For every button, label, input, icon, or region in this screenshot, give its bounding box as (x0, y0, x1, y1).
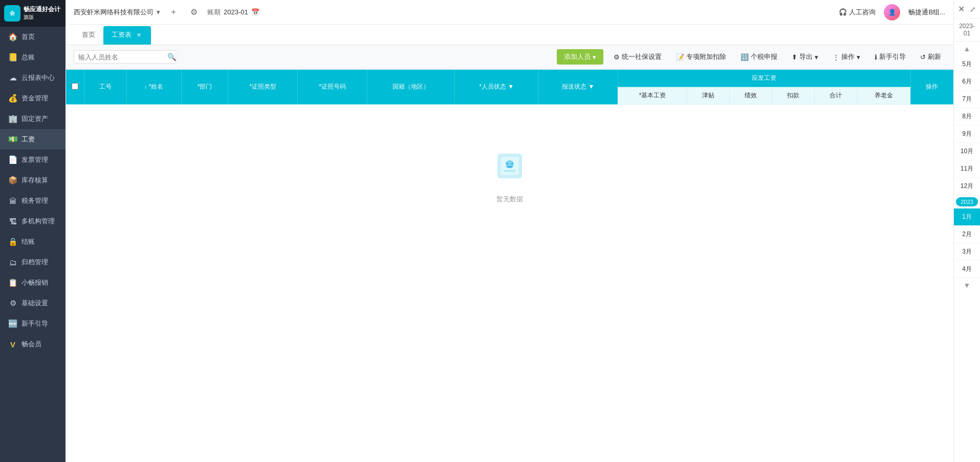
right-panel: ✕ ⤢ 2023-01 ▲ 5月 6月 7月 8月 9月 10月 11月 12月… (953, 0, 980, 462)
month-item-4[interactable]: 4月 (954, 261, 980, 278)
sidebar-item-cloud-report[interactable]: ☁ 云报表中心 (0, 68, 66, 88)
sidebar-item-archive[interactable]: 🗂 归档管理 (0, 252, 66, 272)
sidebar-item-invoice[interactable]: 📄 发票管理 (0, 150, 66, 170)
period-label: 账期 (207, 8, 221, 17)
col-pension: 养老金 (857, 87, 910, 104)
logo-icon: 会 (4, 5, 20, 22)
sidebar-item-tax[interactable]: 🏛 税务管理 (0, 191, 66, 211)
calendar-icon[interactable]: 📅 (251, 8, 259, 16)
toolbar-right: 添加人员 ▾ ⚙ 统一社保设置 📝 专项附加扣除 🔢 个税申报 ⬆ 导出 ▾ ⋮ (557, 49, 945, 65)
month-item-3[interactable]: 3月 (954, 243, 980, 261)
ledger-icon: 📒 (8, 53, 17, 62)
month-item-7[interactable]: 7月 (954, 91, 980, 108)
deduction-icon: 📝 (676, 53, 684, 61)
personal-tax-btn[interactable]: 🔢 个税申报 (736, 50, 781, 64)
multi-org-icon: 🏗 (8, 217, 17, 226)
fixed-assets-icon: 🏢 (8, 114, 17, 123)
nav-up-button[interactable]: ▲ (954, 41, 980, 56)
sidebar-item-multi-org[interactable]: 🏗 多机构管理 (0, 211, 66, 232)
tab-salary[interactable]: 工资表 ✕ (103, 26, 151, 45)
sidebar-item-settings[interactable]: ⚙ 基础设置 (0, 293, 66, 313)
sidebar-item-cloud-label: 云报表中心 (21, 73, 55, 82)
month-item-1[interactable]: 1月 (954, 208, 980, 226)
select-all-checkbox[interactable] (72, 83, 78, 90)
month-item-5[interactable]: 5月 (954, 56, 980, 73)
sidebar-item-inventory[interactable]: 📦 库存核算 (0, 170, 66, 191)
sidebar-item-expense-label: 小畅报销 (21, 278, 48, 287)
sidebar-item-tax-label: 税务管理 (21, 196, 48, 205)
sidebar-item-expense[interactable]: 📋 小畅报销 (0, 272, 66, 293)
panel-expand-button[interactable]: ⤢ (968, 3, 978, 15)
add-person-button[interactable]: 添加人员 ▾ (557, 49, 603, 65)
company-selector[interactable]: 西安虾米网络科技有限公司 ▾ (74, 8, 160, 17)
sidebar-item-home[interactable]: 🏠 首页 (0, 27, 66, 47)
month-item-8[interactable]: 8月 (954, 108, 980, 125)
ops-arrow-icon: ▾ (857, 53, 860, 61)
col-performance: 绩效 (730, 87, 772, 104)
plus-icon: ＋ (169, 7, 178, 17)
tab-close-icon[interactable]: ✕ (135, 31, 143, 39)
sidebar-item-salary[interactable]: 💵 工资 (0, 129, 66, 150)
service-button[interactable]: 🎧 人工咨询 (839, 8, 876, 17)
period-value: 2023-01 (224, 8, 248, 16)
account-period: 账期 2023-01 📅 (207, 8, 259, 17)
add-person-label: 添加人员 (564, 52, 591, 61)
col-submit-status[interactable]: 报送状态 ▼ (538, 70, 618, 104)
export-icon: ⬆ (792, 53, 797, 61)
search-input[interactable] (78, 53, 164, 61)
col-name: ↕ *姓名 (126, 70, 181, 104)
sidebar-item-fund[interactable]: 💰 资金管理 (0, 88, 66, 109)
sidebar-item-closing-label: 结账 (21, 237, 35, 246)
col-payroll-header: 应发工资 (618, 70, 910, 87)
sidebar-item-fund-label: 资金管理 (21, 94, 48, 103)
svg-rect-3 (504, 170, 516, 172)
tax-icon: 🔢 (741, 53, 749, 61)
operations-btn[interactable]: ⋮ 操作 ▾ (829, 50, 864, 64)
guide-btn[interactable]: ℹ 新手引导 (870, 50, 910, 64)
inventory-icon: 📦 (8, 176, 17, 185)
guide-circle-icon: ℹ (875, 53, 877, 61)
month-item-11[interactable]: 11月 (954, 160, 980, 178)
search-icon: 🔍 (167, 53, 176, 61)
col-person-status[interactable]: *人员状态 ▼ (454, 70, 538, 104)
col-deductions: 扣款 (772, 87, 815, 104)
tab-home[interactable]: 首页 (74, 26, 103, 45)
toolbar: 🔍 添加人员 ▾ ⚙ 统一社保设置 📝 专项附加扣除 🔢 个税申报 ⬆ 导出 (66, 45, 953, 69)
sidebar-item-guide[interactable]: 🆕 新手引导 (0, 313, 66, 334)
social-insurance-btn[interactable]: ⚙ 统一社保设置 (609, 50, 666, 64)
month-item-9[interactable]: 9月 (954, 125, 980, 143)
col-allowance: 津贴 (687, 87, 730, 104)
sidebar-item-ledger[interactable]: 📒 总账 (0, 47, 66, 68)
sidebar-item-home-label: 首页 (21, 32, 35, 41)
sidebar-item-closing[interactable]: 🔒 结账 (0, 232, 66, 252)
fund-icon: 💰 (8, 94, 17, 103)
month-item-12[interactable]: 12月 (954, 178, 980, 195)
refresh-btn[interactable]: ↺ 刷新 (916, 50, 945, 64)
nav-down-button[interactable]: ▼ (954, 278, 980, 292)
month-item-6[interactable]: 6月 (954, 73, 980, 91)
filter-icon: ▼ (508, 83, 514, 90)
sidebar-item-member[interactable]: V 畅会员 (0, 334, 66, 354)
col-id-number: *证照号码 (297, 70, 367, 104)
chevron-down-icon: ▾ (157, 8, 160, 16)
service-label: 人工咨询 (849, 8, 876, 17)
panel-close-button[interactable]: ✕ (956, 2, 967, 16)
company-name: 西安虾米网络科技有限公司 (74, 8, 154, 17)
col-employee-id: 工号 (84, 70, 127, 104)
special-deduction-btn[interactable]: 📝 专项附加扣除 (672, 50, 730, 64)
home-icon: 🏠 (8, 32, 17, 41)
export-arrow-icon: ▾ (815, 53, 818, 61)
salary-table: 工号 ↕ *姓名 *部门 *证照类型 *证照号码 国籍（地区） *人员状态 ▼ … (66, 69, 953, 245)
month-item-10[interactable]: 10月 (954, 143, 980, 160)
headset-icon: 🎧 (839, 8, 847, 16)
sidebar-item-guide-label: 新手引导 (21, 319, 48, 328)
export-btn[interactable]: ⬆ 导出 ▾ (788, 50, 822, 64)
sidebar-item-fixed-assets[interactable]: 🏢 固定资产 (0, 109, 66, 129)
user-name: 畅捷通B组... (908, 8, 945, 17)
panel-controls: ✕ ⤢ (954, 0, 980, 18)
add-button[interactable]: ＋ (166, 5, 181, 19)
settings-button[interactable]: ⚙ (187, 5, 201, 19)
gear-icon: ⚙ (190, 7, 198, 17)
month-item-2[interactable]: 2月 (954, 226, 980, 243)
checkbox-header[interactable] (66, 70, 84, 104)
